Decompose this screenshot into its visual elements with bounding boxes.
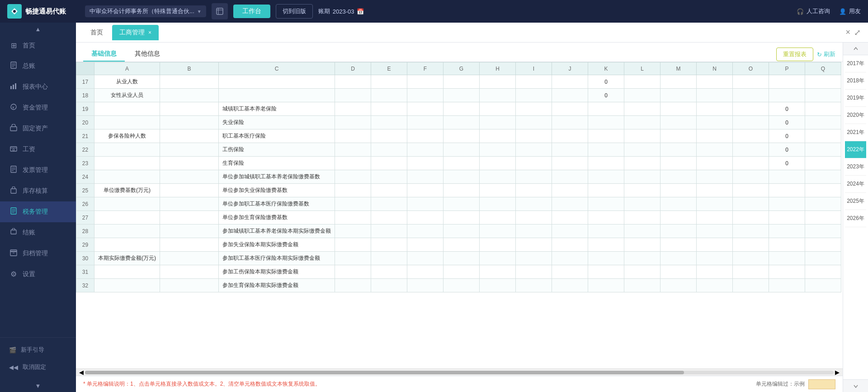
cell-data[interactable] [733, 252, 769, 265]
cell-k[interactable] [588, 252, 624, 265]
cell-data[interactable] [697, 197, 733, 211]
cell-data[interactable] [516, 170, 552, 184]
year-item[interactable]: 2023年 [845, 158, 866, 176]
cell-b[interactable] [160, 252, 219, 265]
cell-data[interactable] [371, 279, 407, 292]
cell-data[interactable] [697, 102, 733, 116]
cell-data[interactable] [371, 252, 407, 265]
cell-b[interactable] [160, 129, 219, 143]
h-scroll-right[interactable]: ▶ [834, 369, 841, 376]
cell-data[interactable] [443, 279, 480, 292]
cell-data[interactable] [624, 225, 660, 238]
cell-q[interactable] [805, 157, 841, 170]
cell-data[interactable] [552, 265, 588, 279]
cell-data[interactable] [516, 129, 552, 143]
cell-data[interactable] [516, 157, 552, 170]
cell-data[interactable] [443, 211, 480, 225]
cell-data[interactable] [443, 129, 480, 143]
cell-data[interactable] [660, 252, 697, 265]
sidebar-item-home[interactable]: ⊞ 首页 [0, 35, 76, 56]
cell-data[interactable] [443, 143, 480, 157]
close-window-btn[interactable]: × [845, 28, 850, 38]
cell-data[interactable] [480, 116, 516, 129]
cell-data[interactable] [624, 129, 660, 143]
sub-tab-other[interactable]: 其他信息 [127, 47, 168, 62]
cell-p[interactable]: 0 [769, 116, 805, 129]
cell-q[interactable] [805, 279, 841, 292]
cell-data[interactable] [335, 238, 371, 252]
company-icon-btn[interactable] [212, 3, 228, 19]
cell-data[interactable] [407, 184, 443, 197]
cell-data[interactable] [480, 252, 516, 265]
tab-home[interactable]: 首页 [83, 25, 110, 40]
year-scroll-up[interactable] [843, 43, 868, 55]
sidebar-item-archive[interactable]: 归档管理 [0, 243, 76, 264]
sidebar-item-invoice[interactable]: 发票管理 [0, 160, 76, 181]
sidebar-item-settings[interactable]: ⚙ 设置 [0, 264, 76, 284]
cell-data[interactable] [660, 102, 697, 116]
cell-data[interactable] [335, 184, 371, 197]
year-item[interactable]: 2026年 [845, 210, 866, 227]
sidebar-scroll-down[interactable]: ▼ [0, 379, 76, 392]
cell-b[interactable] [160, 102, 219, 116]
cell-a[interactable] [94, 197, 160, 211]
cell-data[interactable] [480, 225, 516, 238]
year-item[interactable]: 2025年 [845, 193, 866, 210]
horizontal-scrollbar[interactable]: ◀ ▶ [76, 368, 843, 376]
cell-a[interactable]: 从业人数 [94, 75, 160, 89]
cell-b[interactable] [160, 116, 219, 129]
cell-data[interactable] [552, 143, 588, 157]
cell-c[interactable]: 参加生育保险本期实际缴费金额 [219, 279, 335, 292]
cell-data[interactable] [407, 170, 443, 184]
cell-c[interactable]: 失业保险 [219, 116, 335, 129]
cell-data[interactable] [624, 102, 660, 116]
cell-data[interactable] [407, 75, 443, 89]
tab-gongshang[interactable]: 工商管理 × [112, 25, 159, 40]
cell-a[interactable]: 女性从业人员 [94, 89, 160, 102]
cell-c[interactable]: 单位参加生育保险缴费基数 [219, 211, 335, 225]
cell-data[interactable] [733, 157, 769, 170]
new-guide-btn[interactable]: 🎬 新手引导 [0, 341, 76, 359]
cell-data[interactable] [697, 184, 733, 197]
cell-data[interactable] [660, 197, 697, 211]
cell-data[interactable] [371, 265, 407, 279]
cell-data[interactable] [660, 279, 697, 292]
year-item[interactable]: 2020年 [845, 107, 866, 124]
cell-b[interactable] [160, 211, 219, 225]
cell-data[interactable] [407, 211, 443, 225]
cell-data[interactable] [480, 75, 516, 89]
cell-k[interactable]: 0 [588, 89, 624, 102]
cell-data[interactable] [335, 279, 371, 292]
cell-data[interactable] [697, 238, 733, 252]
calendar-icon[interactable]: 📅 [357, 8, 364, 15]
cell-data[interactable] [516, 143, 552, 157]
cell-data[interactable] [407, 238, 443, 252]
company-selector[interactable]: 中审众环会计师事务所（特殊普通合伙... ▼ [85, 5, 206, 17]
cell-b[interactable] [160, 170, 219, 184]
cell-p[interactable]: 0 [769, 143, 805, 157]
cell-data[interactable] [697, 157, 733, 170]
cell-k[interactable] [588, 143, 624, 157]
cell-data[interactable] [443, 157, 480, 170]
cell-c[interactable]: 单位参加失业保险缴费基数 [219, 184, 335, 197]
cell-data[interactable] [371, 143, 407, 157]
cell-data[interactable] [697, 225, 733, 238]
cell-data[interactable] [660, 225, 697, 238]
cell-data[interactable] [624, 238, 660, 252]
cell-data[interactable] [371, 102, 407, 116]
cell-data[interactable] [552, 252, 588, 265]
sidebar-item-fund[interactable]: ¥ 资金管理 [0, 97, 76, 118]
cell-q[interactable] [805, 102, 841, 116]
cell-k[interactable] [588, 157, 624, 170]
cell-data[interactable] [371, 170, 407, 184]
cell-data[interactable] [335, 102, 371, 116]
cell-data[interactable] [443, 170, 480, 184]
cell-q[interactable] [805, 238, 841, 252]
cell-data[interactable] [335, 265, 371, 279]
cell-data[interactable] [480, 143, 516, 157]
cell-data[interactable] [480, 89, 516, 102]
cell-data[interactable] [733, 116, 769, 129]
cell-data[interactable] [443, 75, 480, 89]
cell-k[interactable] [588, 197, 624, 211]
cell-data[interactable] [516, 75, 552, 89]
